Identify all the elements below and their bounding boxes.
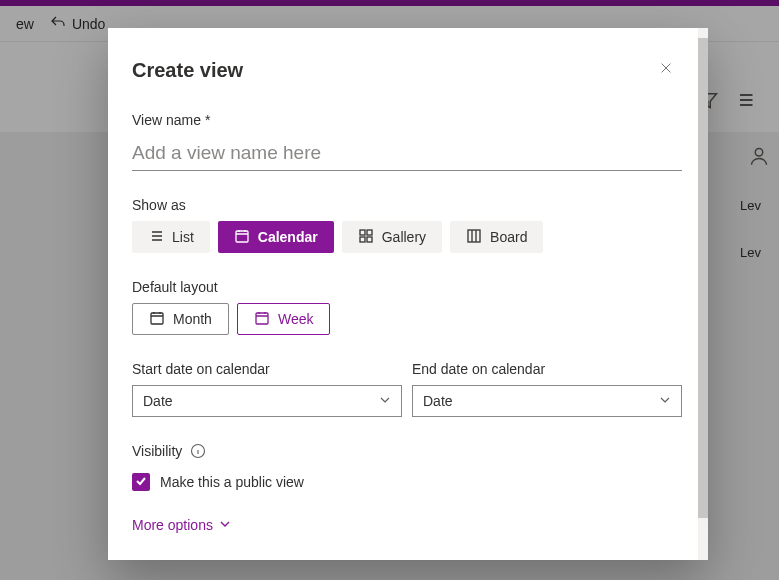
layout-week[interactable]: Week <box>237 303 331 335</box>
label: Gallery <box>382 229 426 245</box>
show-as-calendar[interactable]: Calendar <box>218 221 334 253</box>
default-layout-label: Default layout <box>132 279 682 295</box>
chevron-down-icon <box>219 517 231 533</box>
svg-rect-7 <box>151 313 163 324</box>
visibility-label: Visibility <box>132 443 182 459</box>
board-icon <box>466 228 482 247</box>
show-as-label: Show as <box>132 197 682 213</box>
label: Week <box>278 311 314 327</box>
end-date-label: End date on calendar <box>412 361 682 377</box>
label: Board <box>490 229 527 245</box>
modal-scrollbar[interactable] <box>698 28 708 560</box>
modal-title: Create view <box>132 59 243 82</box>
create-view-modal: Create view View name * Show as List Cal… <box>108 28 706 560</box>
label: Month <box>173 311 212 327</box>
list-view-icon <box>148 228 164 247</box>
layout-month[interactable]: Month <box>132 303 229 335</box>
svg-rect-4 <box>360 237 365 242</box>
calendar-icon <box>254 310 270 329</box>
start-date-select[interactable]: Date <box>132 385 402 417</box>
select-value: Date <box>143 393 173 409</box>
svg-rect-3 <box>367 230 372 235</box>
calendar-icon <box>234 228 250 247</box>
scrollbar-thumb[interactable] <box>698 38 708 518</box>
chevron-down-icon <box>379 393 391 409</box>
start-date-label: Start date on calendar <box>132 361 402 377</box>
close-button[interactable] <box>650 54 682 86</box>
svg-rect-6 <box>468 230 480 242</box>
label: More options <box>132 517 213 533</box>
public-checkbox[interactable] <box>132 473 150 491</box>
close-icon <box>659 61 673 79</box>
show-as-board[interactable]: Board <box>450 221 543 253</box>
label: Calendar <box>258 229 318 245</box>
show-as-gallery[interactable]: Gallery <box>342 221 442 253</box>
svg-rect-2 <box>360 230 365 235</box>
label: List <box>172 229 194 245</box>
info-icon[interactable] <box>190 443 206 459</box>
svg-rect-5 <box>367 237 372 242</box>
end-date-select[interactable]: Date <box>412 385 682 417</box>
chevron-down-icon <box>659 393 671 409</box>
view-name-input[interactable] <box>132 136 682 171</box>
check-icon <box>135 473 147 491</box>
calendar-icon <box>149 310 165 329</box>
public-label: Make this a public view <box>160 474 304 490</box>
show-as-list[interactable]: List <box>132 221 210 253</box>
gallery-icon <box>358 228 374 247</box>
svg-rect-8 <box>256 313 268 324</box>
svg-rect-1 <box>236 231 248 242</box>
view-name-label: View name * <box>132 112 682 128</box>
more-options-toggle[interactable]: More options <box>132 517 682 533</box>
select-value: Date <box>423 393 453 409</box>
